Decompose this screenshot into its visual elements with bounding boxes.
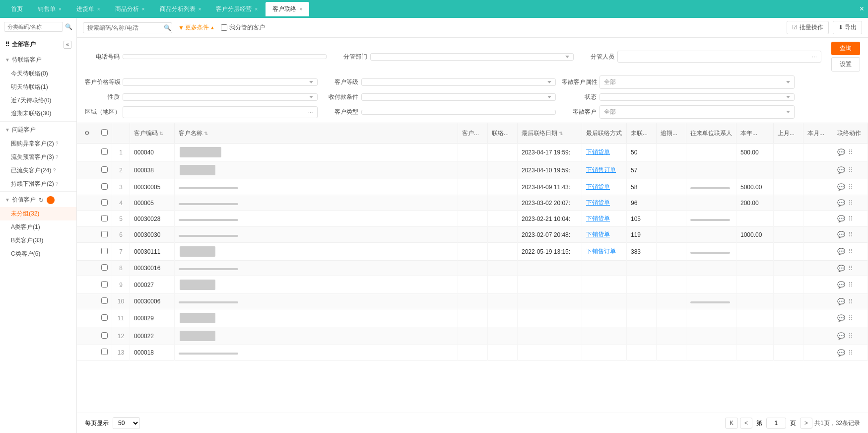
main-search-input[interactable]	[87, 24, 162, 31]
chat-icon[interactable]: 💬	[837, 248, 845, 255]
sidebar-group-pending[interactable]: ▼ 待联络客户	[0, 53, 76, 67]
prev-page-btn[interactable]: <	[740, 418, 752, 429]
last-way-link[interactable]: 下销货单	[586, 231, 610, 238]
sidebar-search-input[interactable]	[4, 22, 63, 32]
th-unit-contact[interactable]: 往来单位联系人	[686, 123, 736, 144]
more-icon[interactable]: ···	[308, 109, 313, 116]
menu-icon[interactable]: ⠿	[848, 265, 853, 272]
more-icon[interactable]: ···	[812, 53, 817, 60]
th-this-year[interactable]: 本年...	[736, 123, 774, 144]
phone-input[interactable]	[123, 54, 327, 59]
td-checkbox[interactable]	[97, 195, 112, 211]
nav-tab-home[interactable]: 首页	[4, 2, 30, 16]
menu-icon[interactable]: ⠿	[848, 332, 853, 340]
row-checkbox[interactable]	[101, 349, 108, 355]
collapse-sidebar-btn[interactable]: «	[64, 41, 71, 49]
th-name[interactable]: 客户名称 ⇅	[175, 123, 458, 144]
chat-icon[interactable]: 💬	[837, 166, 845, 174]
nav-tab-customer-stratify[interactable]: 客户分层经营 ×	[209, 2, 265, 16]
sidebar-item-ungrouped[interactable]: 未分组(32)	[0, 207, 76, 220]
chat-icon[interactable]: 💬	[837, 298, 845, 305]
td-checkbox[interactable]	[97, 227, 112, 243]
menu-icon[interactable]: ⠿	[848, 231, 853, 238]
sidebar-group-value[interactable]: ▼ 价值客户 ↻	[0, 193, 76, 207]
select-all-checkbox[interactable]	[101, 129, 108, 136]
row-checkbox[interactable]	[101, 199, 108, 206]
row-checkbox[interactable]	[101, 332, 108, 339]
th-type[interactable]: 客户...	[458, 123, 488, 144]
last-way-link[interactable]: 下销售订单	[586, 166, 616, 173]
search-icon[interactable]: 🔍	[164, 24, 171, 31]
retail-dropdown[interactable]: 全部	[600, 105, 795, 119]
chat-icon[interactable]: 💬	[837, 265, 845, 272]
menu-icon[interactable]: ⠿	[848, 199, 853, 207]
close-icon[interactable]: ×	[299, 6, 302, 12]
td-checkbox[interactable]	[97, 261, 112, 276]
row-checkbox[interactable]	[101, 248, 108, 254]
td-checkbox[interactable]	[97, 211, 112, 227]
last-way-link[interactable]: 下销货单	[586, 199, 610, 206]
menu-icon[interactable]: ⠿	[848, 148, 853, 156]
close-icon[interactable]: ×	[97, 6, 100, 12]
row-checkbox[interactable]	[101, 231, 108, 237]
th-last-way[interactable]: 最后联络方式	[582, 123, 627, 144]
sidebar-item-lost[interactable]: 已流失客户(24) ?	[0, 164, 76, 177]
more-conditions-btn[interactable]: ▼ 更多条件 ▲	[178, 23, 215, 32]
close-icon[interactable]: ×	[199, 6, 201, 12]
customer-level-dropdown[interactable]	[361, 78, 556, 86]
th-contact[interactable]: 联络...	[488, 123, 518, 144]
status-dropdown[interactable]	[600, 93, 795, 101]
my-customers-filter[interactable]: 我分管的客户	[221, 23, 265, 32]
chat-icon[interactable]: 💬	[837, 281, 845, 289]
sidebar-item-class-a[interactable]: A类客户(1)	[0, 220, 76, 234]
last-way-link[interactable]: 下销货单	[586, 215, 610, 222]
th-last-date[interactable]: 最后联络日期 ⇅	[518, 123, 582, 144]
first-page-btn[interactable]: K	[725, 418, 738, 429]
gender-dropdown[interactable]	[123, 93, 318, 101]
row-checkbox[interactable]	[101, 166, 108, 173]
row-checkbox[interactable]	[101, 264, 108, 271]
all-customers-item[interactable]: ⠿ 全部客户 «	[0, 36, 76, 53]
menu-icon[interactable]: ⠿	[848, 183, 853, 191]
th-select-all[interactable]	[97, 123, 112, 144]
menu-icon[interactable]: ⠿	[848, 298, 853, 305]
retail-attr-dropdown[interactable]: 全部	[600, 75, 795, 89]
nav-tab-customer-contact[interactable]: 客户联络 ×	[266, 2, 309, 16]
sidebar-item-class-c[interactable]: C类客户(6)	[0, 247, 76, 261]
row-checkbox[interactable]	[101, 281, 108, 288]
td-checkbox[interactable]	[97, 276, 112, 294]
chat-icon[interactable]: 💬	[837, 215, 845, 222]
menu-icon[interactable]: ⠿	[848, 248, 853, 255]
last-way-link[interactable]: 下销货单	[586, 148, 610, 155]
customer-type-input[interactable]	[361, 110, 556, 115]
close-icon[interactable]: ×	[59, 6, 62, 12]
sidebar-item-abnormal-stockpile[interactable]: 囤购异常客户(2) ?	[0, 137, 76, 150]
nav-tab-purchase[interactable]: 进货单 ×	[69, 2, 107, 16]
chat-icon[interactable]: 💬	[837, 199, 845, 207]
sidebar-item-tomorrow-pending[interactable]: 明天待联络(1)	[0, 80, 76, 94]
dept-dropdown[interactable]	[370, 53, 574, 61]
menu-icon[interactable]: ⠿	[848, 281, 853, 289]
chat-icon[interactable]: 💬	[837, 349, 845, 357]
export-btn[interactable]: ⬇ 导出	[833, 21, 862, 34]
sidebar-item-loss-warning[interactable]: 流失预警客户(3) ?	[0, 150, 76, 164]
menu-icon[interactable]: ⠿	[848, 314, 853, 322]
sidebar-item-7days-pending[interactable]: 近7天待联络(0)	[0, 94, 76, 107]
th-overdue[interactable]: 逾期...	[657, 123, 686, 144]
close-icon[interactable]: ×	[142, 6, 145, 12]
td-checkbox[interactable]	[97, 327, 112, 345]
settings-icon[interactable]: ⚙	[81, 127, 93, 139]
td-checkbox[interactable]	[97, 309, 112, 327]
close-icon[interactable]: ×	[255, 6, 258, 12]
nav-tab-product-list[interactable]: 商品分析列表 ×	[153, 2, 208, 16]
refresh-icon[interactable]: ↻	[39, 197, 44, 204]
reset-btn[interactable]: 设置	[831, 57, 860, 72]
price-level-dropdown[interactable]	[123, 78, 318, 86]
batch-operations-btn[interactable]: ☑ 批量操作	[787, 21, 828, 34]
sidebar-item-overdue-uncontact[interactable]: 逾期未联络(30)	[0, 107, 76, 120]
chat-icon[interactable]: 💬	[837, 332, 845, 340]
nav-tab-sales[interactable]: 销售单 ×	[31, 2, 68, 16]
menu-icon[interactable]: ⠿	[848, 349, 853, 357]
page-size-select[interactable]: 50 100 200	[113, 417, 140, 429]
last-way-link[interactable]: 下销货单	[586, 183, 610, 190]
